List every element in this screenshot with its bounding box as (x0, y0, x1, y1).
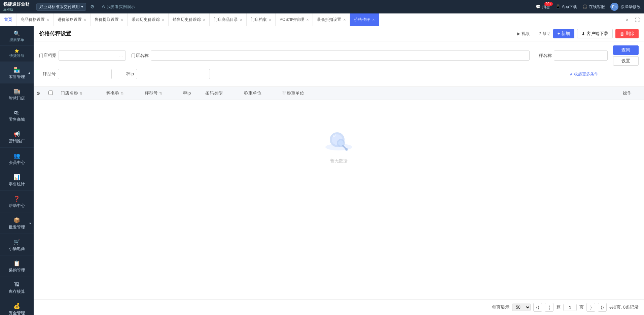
scale-ip-input[interactable] (136, 69, 210, 79)
tab-sales-history[interactable]: 销售历史价跟踪 × (169, 13, 210, 26)
th-non-weight-unit: 非称重单位 (280, 87, 620, 100)
gear-button[interactable]: ⚙ (89, 3, 96, 11)
tab-sales-history-close[interactable]: × (203, 18, 205, 22)
version-select[interactable]: 好业财标准版交付试用 ▾ (36, 3, 86, 11)
table-checkbox-col[interactable] (46, 87, 58, 100)
sidebar-quicknav-label: 快捷导航 (9, 53, 24, 58)
per-page-select[interactable]: 50 10 20 100 (512, 304, 531, 311)
svg-point-8 (335, 134, 336, 136)
tab-purchase-history-close[interactable]: × (162, 18, 164, 22)
last-page-icon: ⟩⟩ (601, 305, 604, 310)
tab-pos-management-close[interactable]: × (306, 18, 309, 22)
sidebar-item-purchase-management[interactable]: 📋 采购管理 (0, 255, 34, 277)
filter-scale-name: 秤名称 (535, 50, 608, 61)
th-store-name-label: 门店名称 (61, 91, 78, 96)
online-service-label: 在线客服 (589, 4, 605, 10)
sidebar-item-help-center[interactable]: ❓ 帮助中心 (0, 191, 34, 212)
prev-page-button[interactable]: ⟨ (545, 303, 553, 312)
tab-home[interactable]: 首页 (0, 13, 16, 26)
tab-sale-extract-close[interactable]: × (121, 18, 123, 22)
page-input[interactable] (563, 304, 577, 311)
help-link[interactable]: ? 帮助 (539, 31, 550, 37)
tab-sale-extract[interactable]: 售价提取设置 × (91, 13, 128, 26)
sidebar-item-finance[interactable]: 💰 资金管理 (0, 298, 34, 315)
first-page-button[interactable]: ⟨⟨ (533, 303, 542, 312)
app-download-label: App下载 (562, 4, 577, 10)
tab-purchase-strategy[interactable]: 进价策略设置 × (53, 13, 91, 26)
delete-button[interactable]: 🗑 删除 (615, 29, 639, 38)
page-unit: 页 (579, 304, 584, 310)
user-area[interactable]: Ea 徐泽华修改 (610, 3, 641, 11)
th-scale-model[interactable]: 秤型号 (142, 87, 180, 100)
sidebar-quicknav[interactable]: ⭐ 快捷导航 (0, 45, 34, 62)
th-store-name[interactable]: 门店名称 (58, 87, 104, 100)
tab-store-file[interactable]: 门店档案 × (247, 13, 276, 26)
tab-store-catalog-close[interactable]: × (240, 18, 242, 22)
tab-expand-button[interactable]: ⛶ (633, 16, 641, 24)
empty-state-row: 暂无数据 (34, 100, 644, 191)
search-button[interactable]: 查询 (613, 45, 639, 55)
avatar: Ea (610, 3, 618, 11)
app-download-button[interactable]: 📱 App下载 (556, 4, 577, 10)
sidebar-item-wholesale-management[interactable]: 📦 批发管理 ▾ (0, 212, 34, 234)
sidebar-item-smart-store[interactable]: 🏬 智慧门店 (0, 83, 34, 105)
demo-link-label: 我要看实例演示 (107, 4, 135, 10)
tab-price-scale-close[interactable]: × (372, 18, 374, 22)
tab-price-settings[interactable]: 商品价格设置 × (16, 13, 53, 26)
first-page-icon: ⟨⟨ (536, 305, 539, 310)
next-page-button[interactable]: ⟩ (586, 303, 595, 312)
more-icon[interactable]: ... (119, 53, 123, 58)
tab-price-scale[interactable]: 价格传秤 × (350, 13, 379, 26)
collapse-icon: ∧ (570, 72, 573, 76)
demo-link[interactable]: ⊙ 我要看实例演示 (102, 4, 135, 10)
sidebar-item-retail-management[interactable]: 🏪 零售管理 ▲ (0, 62, 34, 83)
tab-store-file-close[interactable]: × (269, 18, 271, 22)
delete-label: 删除 (625, 31, 634, 37)
last-page-button[interactable]: ⟩⟩ (598, 303, 607, 312)
message-button[interactable]: 💬 消息 99+ (536, 4, 550, 10)
settings-button[interactable]: 设置 (613, 56, 639, 66)
user-name: 徐泽华修改 (620, 4, 641, 10)
th-scale-name[interactable]: 秤名称 (104, 87, 142, 100)
tab-min-discount-close[interactable]: × (343, 18, 346, 22)
sidebar-item-marketing[interactable]: 📢 营销推广 (0, 126, 34, 148)
scale-name-input[interactable] (554, 50, 608, 61)
video-link[interactable]: ▶ 视频 (517, 31, 530, 37)
store-name-input[interactable] (151, 50, 530, 61)
retail-stats-icon: 📊 (13, 174, 20, 180)
tab-purchase-history-label: 采购历史价跟踪 (132, 17, 160, 23)
tab-purchase-strategy-close[interactable]: × (84, 18, 86, 22)
store-file-select[interactable]: ... (59, 50, 126, 61)
table-settings-col[interactable]: ⚙ (34, 87, 46, 100)
sidebar-search[interactable]: 🔍 搜索菜单 (0, 26, 34, 45)
collapse-button[interactable]: ∧ 收起更多条件 (570, 71, 598, 77)
tab-pos-management[interactable]: POS加密管理 × (276, 13, 313, 26)
wholesale-management-icon: 📦 (13, 217, 20, 223)
close-icon: × (626, 17, 629, 23)
prev-page-icon: ⟨ (548, 305, 550, 310)
tab-store-catalog[interactable]: 门店商品目录 × (210, 13, 247, 26)
empty-state: 暂无数据 (34, 100, 644, 191)
filter-store-file-label: 门店档案 (39, 53, 57, 59)
tab-purchase-history[interactable]: 采购历史价跟踪 × (128, 13, 169, 26)
add-button[interactable]: + 新增 (553, 29, 574, 38)
top-bar: 畅捷通好业财 标准版 好业财标准版交付试用 ▾ ⚙ ⊙ 我要看实例演示 💬 消息… (0, 0, 644, 13)
tab-min-discount[interactable]: 最低折扣设置 × (313, 13, 350, 26)
logo-area: 畅捷通好业财 标准版 (3, 1, 30, 12)
sidebar-item-xiaochang-ecommerce[interactable]: 🛒 小畅电商 (0, 234, 34, 255)
sidebar-item-member-center[interactable]: 👥 会员中心 (0, 148, 34, 169)
data-table: ⚙ 门店名称 秤名称 秤型号 (34, 87, 644, 191)
message-badge: 99+ (544, 2, 553, 6)
tab-close-all-button[interactable]: × (623, 16, 631, 24)
download-button[interactable]: ⬇ 客户端下载 (577, 29, 613, 38)
online-service-button[interactable]: 🎧 在线客服 (582, 4, 605, 10)
sidebar-item-inventory[interactable]: 🏗 库存核算 (0, 277, 34, 298)
sidebar-item-retail-stats[interactable]: 📊 零售统计 (0, 169, 34, 191)
retail-stats-label: 零售统计 (9, 181, 25, 187)
empty-icon (322, 127, 356, 154)
sidebar-item-retail-mall[interactable]: 🛍 零售商城 (0, 105, 34, 126)
scale-model-input[interactable] (58, 69, 112, 79)
select-all-checkbox[interactable] (48, 91, 53, 95)
th-actions-label: 操作 (623, 91, 632, 96)
tab-price-settings-close[interactable]: × (47, 18, 49, 22)
